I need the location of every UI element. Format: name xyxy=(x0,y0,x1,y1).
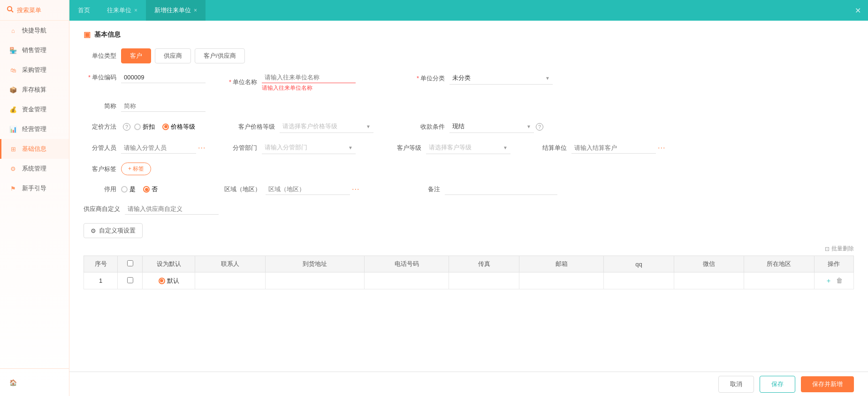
payment-help-icon[interactable]: ? xyxy=(536,123,543,131)
sidebar-search[interactable]: 搜索菜单 xyxy=(0,0,69,21)
unit-type-both[interactable]: 客户/供应商 xyxy=(195,48,245,63)
row-qq-input[interactable] xyxy=(620,275,657,286)
sidebar-item-basic[interactable]: ⊞ 基础信息 xyxy=(0,139,69,159)
name-error-msg: 请输入往来单位名称 xyxy=(262,84,356,92)
sidebar-item-guide[interactable]: ⚑ 新手引导 xyxy=(0,179,69,198)
grid-icon: ⊞ xyxy=(9,145,17,153)
sidebar-item-label: 快捷导航 xyxy=(22,26,46,35)
sidebar: 搜索菜单 ⌂ 快捷导航 🏪 销售管理 🛍 采购管理 📦 库存核算 💰 资金管理 … xyxy=(0,0,69,396)
row-address-input[interactable] xyxy=(287,275,343,286)
customer-level-select[interactable]: 请选择客户等级 ▼ xyxy=(426,141,510,154)
sidebar-item-operations[interactable]: 📊 经营管理 xyxy=(0,119,69,139)
unit-type-row: 单位类型 客户 供应商 客户/供应商 xyxy=(84,48,854,63)
region-input[interactable] xyxy=(266,184,350,195)
settlement-field: 结算单位 ··· xyxy=(534,142,854,154)
sidebar-item-label: 基础信息 xyxy=(22,145,46,153)
pricing-field: 定价方法 ? 折扣 价格等级 xyxy=(84,123,234,131)
row-wechat-input[interactable] xyxy=(690,275,728,286)
row-select-checkbox[interactable] xyxy=(127,277,133,283)
code-input[interactable] xyxy=(121,72,206,83)
tag-label: 客户标签 xyxy=(84,165,121,173)
tab-home-label: 首页 xyxy=(78,6,90,15)
row-phone-input[interactable] xyxy=(383,275,430,286)
tab-new-partner[interactable]: 新增往来单位 × xyxy=(146,0,206,21)
disabled-no[interactable]: 否 xyxy=(143,185,158,194)
sidebar-home-btn[interactable]: 🏠 xyxy=(0,373,69,392)
code-field: 单位编码 xyxy=(84,72,215,83)
dept-label: 分管部门 xyxy=(224,144,262,152)
row-email-input[interactable] xyxy=(538,275,585,286)
sidebar-item-sales[interactable]: 🏪 销售管理 xyxy=(0,40,69,60)
row-actions: ＋ 🗑 xyxy=(814,272,853,289)
payment-field: 收款条件 现结 ▼ ? xyxy=(412,120,571,133)
tab-partners[interactable]: 往来单位 × xyxy=(99,0,146,21)
manager-label: 分管人员 xyxy=(84,144,121,152)
sidebar-item-quick-nav[interactable]: ⌂ 快捷导航 xyxy=(0,21,69,40)
cancel-button[interactable]: 取消 xyxy=(718,376,754,393)
row-email xyxy=(519,272,603,289)
header-checkbox[interactable] xyxy=(127,260,133,266)
row-add-icon[interactable]: ＋ xyxy=(825,277,832,284)
price-level-select[interactable]: 请选择客户价格等级 ▼ xyxy=(280,120,373,133)
dept-field: 分管部门 请输入分管部门 ▼ xyxy=(224,141,384,154)
sidebar-item-label: 系统管理 xyxy=(22,164,46,173)
th-region: 所在地区 xyxy=(744,256,815,272)
category-field: 单位分类 未分类 ▼ xyxy=(412,72,571,85)
sidebar-item-label: 采购管理 xyxy=(22,66,46,74)
row-default-radio[interactable]: 默认 xyxy=(146,277,191,285)
settlement-input[interactable] xyxy=(571,142,656,154)
customer-level-placeholder: 请选择客户等级 xyxy=(429,143,472,152)
row-default-label: 默认 xyxy=(167,277,179,285)
manager-input[interactable] xyxy=(121,142,196,154)
row-delete-icon[interactable]: 🗑 xyxy=(836,277,843,284)
category-label: 单位分类 xyxy=(412,74,449,83)
sidebar-item-purchase[interactable]: 🛍 采购管理 xyxy=(0,60,69,80)
save-button[interactable]: 保存 xyxy=(760,376,795,393)
save-new-button[interactable]: 保存并新增 xyxy=(801,376,854,392)
home2-icon: 🏠 xyxy=(9,378,17,387)
pricing-help-icon[interactable]: ? xyxy=(123,123,130,131)
window-close-button[interactable]: ✕ xyxy=(847,0,868,21)
tab-partners-label: 往来单位 xyxy=(107,6,131,15)
sidebar-item-finance[interactable]: 💰 资金管理 xyxy=(0,100,69,119)
price-level-placeholder: 请选择客户价格等级 xyxy=(282,122,337,131)
tab-partners-close[interactable]: × xyxy=(134,8,137,13)
form-content: ▣ 基本信息 单位类型 客户 供应商 客户/供应商 单位编码 单 xyxy=(69,21,868,396)
abbr-row: 简称 xyxy=(84,101,854,112)
th-seq: 序号 xyxy=(84,256,118,272)
sidebar-item-inventory[interactable]: 📦 库存核算 xyxy=(0,80,69,100)
pricing-price-level[interactable]: 价格等级 xyxy=(162,123,195,131)
tag-field: 客户标签 + 标签 xyxy=(84,163,854,175)
tab-new-partner-close[interactable]: × xyxy=(194,8,197,13)
settlement-more-btn[interactable]: ··· xyxy=(658,144,665,152)
custom-settings-button[interactable]: ⚙ 自定义项设置 xyxy=(84,223,143,238)
region-more-btn[interactable]: ··· xyxy=(352,185,359,194)
th-checkbox xyxy=(118,256,142,272)
dept-select[interactable]: 请输入分管部门 ▼ xyxy=(262,141,356,154)
row-contact-input[interactable] xyxy=(212,275,249,286)
disabled-yes[interactable]: 是 xyxy=(121,185,136,194)
unit-type-supplier[interactable]: 供应商 xyxy=(155,48,191,63)
tag-add-button[interactable]: + 标签 xyxy=(121,163,151,175)
row-fax-input[interactable] xyxy=(465,275,503,286)
unit-type-customer[interactable]: 客户 xyxy=(121,48,151,63)
payment-select[interactable]: 现结 ▼ xyxy=(449,120,534,133)
pricing-label: 定价方法 xyxy=(84,123,121,131)
tab-new-partner-label: 新增往来单位 xyxy=(154,6,191,15)
remark-input[interactable] xyxy=(445,184,557,195)
name-input[interactable] xyxy=(262,72,356,83)
tab-home[interactable]: 首页 xyxy=(69,0,99,21)
contacts-table: 序号 设为默认 联系人 到货地址 电话号码 传真 邮箱 qq 微信 所在地区 操… xyxy=(84,256,854,289)
batch-delete-area[interactable]: ⊡ 批量删除 xyxy=(84,245,854,253)
row-region-input[interactable] xyxy=(760,275,798,286)
abbr-input[interactable] xyxy=(121,101,206,112)
manager-more-btn[interactable]: ··· xyxy=(198,144,206,152)
sidebar-item-system[interactable]: ⚙ 系统管理 xyxy=(0,159,69,179)
sidebar-item-label: 经营管理 xyxy=(22,125,46,133)
custom-settings-label: 自定义项设置 xyxy=(99,226,136,235)
pricing-discount[interactable]: 折扣 xyxy=(134,123,155,131)
search-icon xyxy=(7,6,14,15)
supplier-custom-input[interactable] xyxy=(125,203,219,215)
price-level-label: 客户价格等级 xyxy=(238,123,280,131)
category-select[interactable]: 未分类 ▼ xyxy=(449,72,553,85)
